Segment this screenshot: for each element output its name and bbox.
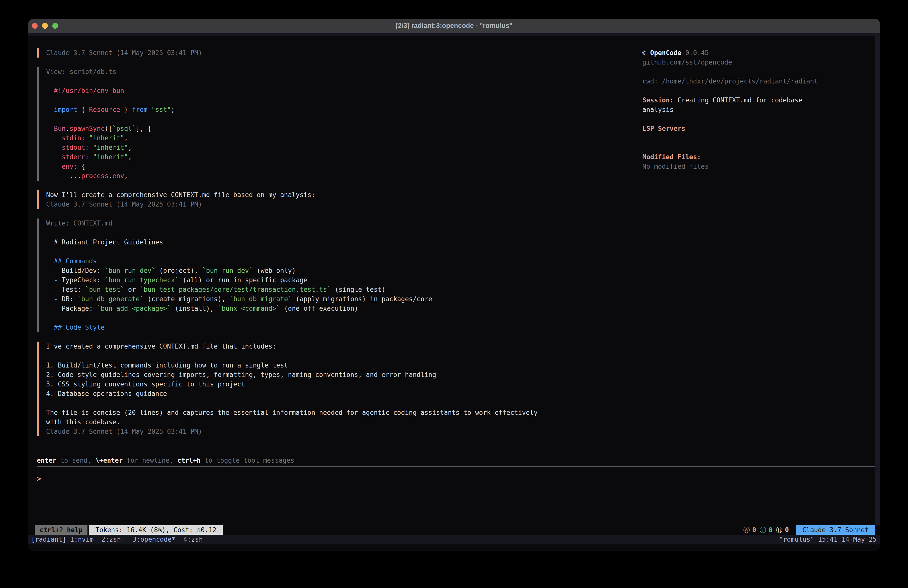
text-line: stdout: "inherit",: [46, 143, 630, 152]
info-count: ⓘ0: [760, 526, 773, 535]
block-accent-bar: [37, 48, 39, 58]
tmux-window-4zsh[interactable]: 4:zsh: [184, 536, 203, 543]
text-line: [46, 398, 630, 408]
text-line: Claude 3.7 Sonnet (14 May 2025 03:41 PM): [46, 200, 630, 209]
text-line: View: script/db.ts: [46, 67, 630, 76]
hints-icon: ⓗ: [776, 526, 782, 535]
text-line: [642, 67, 875, 76]
text-line: with this codebase.: [46, 417, 630, 427]
close-window-button[interactable]: [32, 23, 38, 29]
text-line: Claude 3.7 Sonnet (14 May 2025 03:41 PM): [46, 427, 630, 436]
tmux-window-3opencode[interactable]: 3:opencode*: [132, 536, 184, 543]
text-line: [46, 351, 630, 361]
text-line: #!/usr/bin/env bun: [46, 86, 630, 95]
warnings-icon: ⓦ: [743, 526, 750, 535]
text-line: [642, 114, 875, 124]
tmux-session-name: [radiant]: [31, 535, 70, 544]
text-line: ## Code Style: [46, 323, 630, 332]
opencode-status-bar: ctrl+? help Tokens: 16.4K (8%), Cost: $0…: [28, 525, 875, 535]
text-line: 3. CSS styling conventions specific to t…: [46, 379, 630, 389]
window-titlebar: [2/3] radiant:3:opencode - "romulus": [28, 19, 880, 33]
assistant-summary-block: I've created a comprehensive CONTEXT.md …: [37, 342, 630, 436]
text-line: Write: CONTEXT.md: [46, 219, 630, 228]
warnings-count: ⓦ0: [743, 526, 756, 535]
hints-count: ⓗ0: [776, 526, 789, 535]
text-line: stdin: "inherit",: [46, 133, 630, 143]
tool-view-block: View: script/db.ts #!/usr/bin/env bun im…: [37, 67, 630, 180]
chat-message-area: Claude 3.7 Sonnet (14 May 2025 03:41 PM)…: [37, 48, 630, 446]
text-line: env: {: [46, 162, 630, 171]
text-line: 1. Build/lint/test commands including ho…: [46, 361, 630, 370]
text-line: - DB: `bun db generate` (create migratio…: [46, 294, 630, 304]
text-line: ...process.env,: [46, 171, 630, 180]
text-line: - Package: `bun add <package>` (install)…: [46, 304, 630, 313]
block-accent-bar: [37, 219, 39, 332]
text-line: stderr: "inherit",: [46, 152, 630, 162]
tmux-window-1nvim[interactable]: 1:nvim: [70, 536, 101, 543]
traffic-lights: [28, 19, 58, 33]
help-shortcut-chip: ctrl+? help: [35, 525, 87, 535]
text-line: 2. Code style guidelines covering import…: [46, 370, 630, 379]
chat-input[interactable]: >: [37, 474, 41, 483]
tool-write-block: Write: CONTEXT.md # Radiant Project Guid…: [37, 219, 630, 332]
text-line: enter to send, \+enter for newline, ctrl…: [37, 456, 294, 465]
tokens-cost-chip: Tokens: 16.4K (8%), Cost: $0.12: [89, 525, 223, 535]
input-separator: [37, 466, 875, 467]
text-line: - Build/Dev: `bun run dev` (project), `b…: [46, 266, 630, 275]
block-accent-bar: [37, 342, 39, 436]
text-line: analysis: [642, 105, 875, 114]
keybinding-hint: enter to send, \+enter for newline, ctrl…: [37, 456, 294, 465]
text-line: [46, 76, 630, 86]
assistant-message-block: Now I'll create a comprehensive CONTEXT.…: [37, 190, 630, 209]
window-title: [2/3] radiant:3:opencode - "romulus": [396, 22, 513, 30]
text-line: No modified files: [642, 162, 875, 171]
assistant-header-block: Claude 3.7 Sonnet (14 May 2025 03:41 PM): [37, 48, 630, 58]
text-line: LSP Servers: [642, 124, 875, 133]
text-line: Now I'll create a comprehensive CONTEXT.…: [46, 190, 630, 200]
text-line: github.com/sst/opencode: [642, 58, 875, 67]
text-line: The file is concise (20 lines) and captu…: [46, 408, 630, 417]
text-line: import { Resource } from "sst";: [46, 105, 630, 114]
minimize-window-button[interactable]: [42, 23, 48, 29]
text-line: ## Commands: [46, 256, 630, 266]
zoom-window-button[interactable]: [52, 23, 58, 29]
block-accent-bar: [37, 190, 39, 209]
session-info-sidebar: © OpenCode 0.0.45github.com/sst/opencode…: [642, 48, 875, 171]
tmux-status-bar: [radiant] 1:nvim 2:zsh- 3:opencode* 4:zs…: [28, 535, 880, 544]
model-badge: Claude 3.7 Sonnet: [796, 525, 875, 535]
text-line: I've created a comprehensive CONTEXT.md …: [46, 342, 630, 351]
tmux-clock: "romulus" 15:41 14-May-25: [779, 535, 880, 544]
text-line: [46, 313, 630, 323]
text-line: - Test: `bun test` or `bun test packages…: [46, 285, 630, 294]
tmux-window-list: [radiant] 1:nvim 2:zsh- 3:opencode* 4:zs…: [28, 535, 203, 544]
text-line: [46, 228, 630, 237]
text-line: Bun.spawnSync([`psql`], {: [46, 124, 630, 133]
text-line: Modified Files:: [642, 152, 875, 162]
text-line: - TypeCheck: `bun run typecheck` (all) o…: [46, 275, 630, 285]
text-line: # Radiant Project Guidelines: [46, 237, 630, 247]
text-line: [642, 86, 875, 95]
terminal-window: [2/3] radiant:3:opencode - "romulus" Cla…: [28, 19, 880, 551]
text-line: [46, 247, 630, 256]
info-icon: ⓘ: [760, 526, 766, 535]
text-line: Session: Creating CONTEXT.md for codebas…: [642, 95, 875, 105]
terminal-padding-strip: [28, 33, 880, 36]
terminal-padding-strip-right: [875, 33, 880, 525]
text-line: © OpenCode 0.0.45: [642, 48, 875, 58]
text-line: [642, 133, 875, 143]
tmux-window-2zsh[interactable]: 2:zsh-: [101, 536, 132, 543]
block-accent-bar: [37, 67, 39, 180]
text-line: Claude 3.7 Sonnet (14 May 2025 03:41 PM): [46, 48, 630, 58]
text-line: [642, 143, 875, 152]
text-line: cwd: /home/thdxr/dev/projects/radiant/ra…: [642, 76, 875, 86]
text-line: 4. Database operations guidance: [46, 389, 630, 398]
text-line: [46, 95, 630, 105]
prompt-symbol: >: [37, 475, 41, 483]
diagnostics-counters: ⓦ0ⓘ0ⓗ0: [743, 526, 789, 535]
desktop: [2/3] radiant:3:opencode - "romulus" Cla…: [0, 0, 908, 588]
text-line: [46, 114, 630, 124]
